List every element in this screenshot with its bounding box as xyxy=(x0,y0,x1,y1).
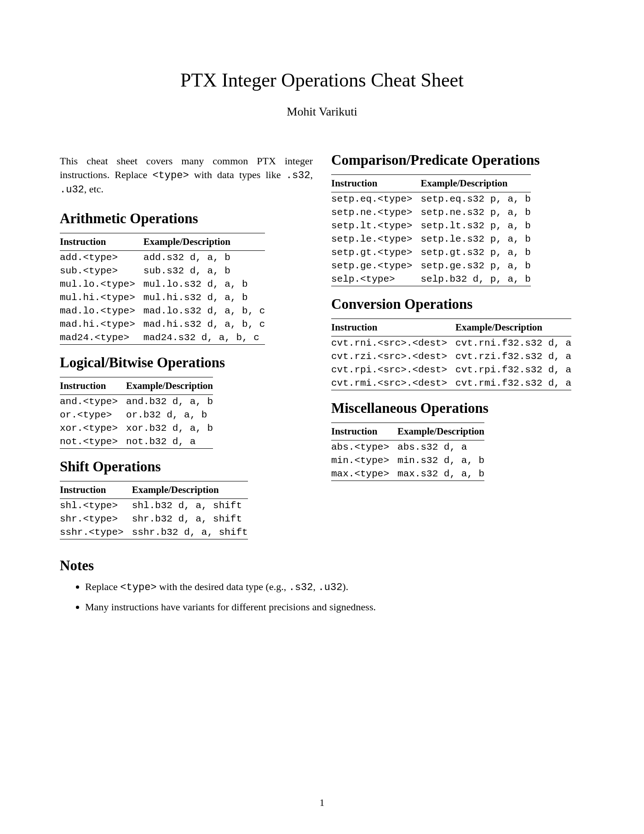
cell-example: mad.lo.s32 d, a, b, c xyxy=(144,304,265,318)
code-span: .u32 xyxy=(318,582,343,593)
table-row: mul.hi.<type>mul.hi.s32 d, a, b xyxy=(60,291,265,304)
cell-example: shl.b32 d, a, shift xyxy=(132,499,248,513)
notes-section: Notes Replace <type> with the desired da… xyxy=(60,558,584,614)
column-header-example: Example/Description xyxy=(144,233,265,251)
section: Comparison/Predicate OperationsInstructi… xyxy=(331,152,584,286)
table-row: mad.lo.<type>mad.lo.s32 d, a, b, c xyxy=(60,304,265,318)
table-row: cvt.rni.<src>.<dest>cvt.rni.f32.s32 d, a xyxy=(331,336,571,350)
table-row: setp.le.<type>setp.le.s32 p, a, b xyxy=(331,232,531,246)
cell-example: min.s32 d, a, b xyxy=(397,454,484,467)
cell-instruction: abs.<type> xyxy=(331,440,397,454)
operations-table: InstructionExample/Descriptionshl.<type>… xyxy=(60,481,248,539)
table-row: shl.<type>shl.b32 d, a, shift xyxy=(60,499,248,513)
cell-instruction: add.<type> xyxy=(60,251,144,265)
cell-example: not.b32 d, a xyxy=(126,435,213,449)
intro-paragraph: This cheat sheet covers many common PTX … xyxy=(60,154,313,197)
table-row: setp.ge.<type>setp.ge.s32 p, a, b xyxy=(331,259,531,272)
text-span: Replace xyxy=(85,581,120,592)
column-header-instruction: Instruction xyxy=(331,423,397,440)
cell-instruction: mad.hi.<type> xyxy=(60,318,144,331)
column-header-instruction: Instruction xyxy=(60,377,126,395)
table-row: or.<type>or.b32 d, a, b xyxy=(60,408,213,422)
intro-text: , etc. xyxy=(84,183,104,195)
cell-instruction: not.<type> xyxy=(60,435,126,449)
column-header-instruction: Instruction xyxy=(60,233,144,251)
table-row: selp.<type>selp.b32 d, p, a, b xyxy=(331,272,531,286)
cell-example: and.b32 d, a, b xyxy=(126,395,213,409)
column-header-instruction: Instruction xyxy=(331,319,455,336)
intro-code: <type> xyxy=(152,170,189,181)
text-span: Many instructions have variants for diff… xyxy=(85,601,376,613)
section-heading: Comparison/Predicate Operations xyxy=(331,152,584,168)
two-column-layout: This cheat sheet covers many common PTX … xyxy=(60,144,584,550)
cell-example: xor.b32 d, a, b xyxy=(126,422,213,435)
table-row: mad.hi.<type>mad.hi.s32 d, a, b, c xyxy=(60,318,265,331)
column-header-example: Example/Description xyxy=(132,481,248,499)
cell-example: max.s32 d, a, b xyxy=(397,467,484,481)
cell-example: cvt.rmi.f32.s32 d, a xyxy=(455,376,571,390)
section-heading-notes: Notes xyxy=(60,558,584,573)
cell-instruction: setp.ge.<type> xyxy=(331,259,420,272)
table-row: sshr.<type>sshr.b32 d, a, shift xyxy=(60,526,248,539)
table-row: cvt.rzi.<src>.<dest>cvt.rzi.f32.s32 d, a xyxy=(331,350,571,363)
cell-instruction: sshr.<type> xyxy=(60,526,132,539)
cell-example: sub.s32 d, a, b xyxy=(144,264,265,278)
operations-table: InstructionExample/Descriptioncvt.rni.<s… xyxy=(331,319,571,390)
column-header-example: Example/Description xyxy=(420,175,530,192)
code-span: <type> xyxy=(120,582,156,593)
section: Logical/Bitwise OperationsInstructionExa… xyxy=(60,355,313,449)
text-span: ). xyxy=(342,581,348,592)
text-span: with the desired data type (e.g., xyxy=(157,581,289,592)
author: Mohit Varikuti xyxy=(60,105,584,119)
table-row: setp.ne.<type>setp.ne.s32 p, a, b xyxy=(331,206,531,219)
section: Miscellaneous OperationsInstructionExamp… xyxy=(331,400,584,481)
list-item: Many instructions have variants for diff… xyxy=(85,600,584,614)
table-row: add.<type>add.s32 d, a, b xyxy=(60,251,265,265)
cell-instruction: selp.<type> xyxy=(331,272,420,286)
cell-instruction: min.<type> xyxy=(331,454,397,467)
table-row: setp.gt.<type>setp.gt.s32 p, a, b xyxy=(331,246,531,259)
table-row: mad24.<type>mad24.s32 d, a, b, c xyxy=(60,331,265,345)
cell-instruction: cvt.rzi.<src>.<dest> xyxy=(331,350,455,363)
cell-example: add.s32 d, a, b xyxy=(144,251,265,265)
left-column: This cheat sheet covers many common PTX … xyxy=(60,144,313,550)
intro-code: .u32 xyxy=(60,184,84,196)
cell-instruction: mad24.<type> xyxy=(60,331,144,345)
cell-instruction: xor.<type> xyxy=(60,422,126,435)
operations-table: InstructionExample/Descriptionadd.<type>… xyxy=(60,233,265,345)
table-row: setp.eq.<type>setp.eq.s32 p, a, b xyxy=(331,192,531,206)
section: Conversion OperationsInstructionExample/… xyxy=(331,296,584,390)
column-header-instruction: Instruction xyxy=(331,175,420,192)
section-heading: Shift Operations xyxy=(60,459,313,475)
cell-example: mad24.s32 d, a, b, c xyxy=(144,331,265,345)
cell-instruction: cvt.rmi.<src>.<dest> xyxy=(331,376,455,390)
cell-instruction: mad.lo.<type> xyxy=(60,304,144,318)
table-row: abs.<type>abs.s32 d, a xyxy=(331,440,484,454)
section-heading: Logical/Bitwise Operations xyxy=(60,355,313,371)
cell-example: setp.gt.s32 p, a, b xyxy=(420,246,530,259)
intro-code: .s32 xyxy=(286,170,310,181)
cell-example: or.b32 d, a, b xyxy=(126,408,213,422)
cell-instruction: setp.le.<type> xyxy=(331,232,420,246)
text-span: , xyxy=(313,581,318,592)
cell-example: cvt.rpi.f32.s32 d, a xyxy=(455,363,571,376)
cell-instruction: cvt.rni.<src>.<dest> xyxy=(331,336,455,350)
cell-example: abs.s32 d, a xyxy=(397,440,484,454)
table-row: mul.lo.<type>mul.lo.s32 d, a, b xyxy=(60,278,265,291)
cell-instruction: shr.<type> xyxy=(60,512,132,526)
column-header-example: Example/Description xyxy=(455,319,571,336)
cell-instruction: max.<type> xyxy=(331,467,397,481)
cell-instruction: setp.lt.<type> xyxy=(331,219,420,232)
intro-text: , xyxy=(310,169,313,180)
cell-example: setp.lt.s32 p, a, b xyxy=(420,219,530,232)
table-row: not.<type>not.b32 d, a xyxy=(60,435,213,449)
section: Arithmetic OperationsInstructionExample/… xyxy=(60,211,313,345)
cell-instruction: cvt.rpi.<src>.<dest> xyxy=(331,363,455,376)
table-row: setp.lt.<type>setp.lt.s32 p, a, b xyxy=(331,219,531,232)
cell-instruction: and.<type> xyxy=(60,395,126,409)
cell-example: setp.ge.s32 p, a, b xyxy=(420,259,530,272)
section: Shift OperationsInstructionExample/Descr… xyxy=(60,459,313,539)
page-number: 1 xyxy=(0,797,644,809)
table-row: cvt.rpi.<src>.<dest>cvt.rpi.f32.s32 d, a xyxy=(331,363,571,376)
list-item: Replace <type> with the desired data typ… xyxy=(85,580,584,595)
